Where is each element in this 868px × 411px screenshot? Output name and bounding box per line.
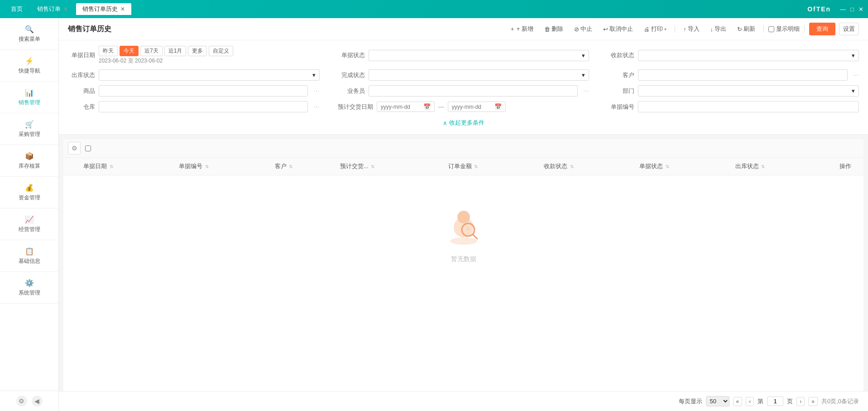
new-button[interactable]: ＋ + 新增 <box>506 23 537 35</box>
search-menu-icon: 🔍 <box>25 24 34 34</box>
collapse-more-conditions[interactable]: ∧ 收起更多条件 <box>68 117 859 129</box>
warehouse-input[interactable] <box>99 101 308 112</box>
sidebar-item-business-mgmt[interactable]: 📈 经营管理 <box>0 208 58 240</box>
tab-bar: 首页 销售订单 ✕ 销售订单历史 ✕ <box>5 3 807 15</box>
tab-sales-order-close[interactable]: ✕ <box>63 6 68 12</box>
sidebar-settings-icon[interactable]: ⚙ <box>16 396 27 406</box>
stop-button[interactable]: ⊘ 中止 <box>571 23 596 35</box>
top-bar-right: OfTEn — □ ✕ <box>807 5 863 13</box>
th-payment-status[interactable]: 收款状态 ⇅ <box>540 158 636 175</box>
delete-button[interactable]: 🗑 删除 <box>541 23 567 35</box>
import-button[interactable]: ↑ 导入 <box>680 23 703 35</box>
sidebar-label-purchase-mgmt: 采购管理 <box>19 131 40 138</box>
select-all-checkbox[interactable] <box>85 145 91 151</box>
sidebar-item-fund-mgmt[interactable]: 💰 资金管理 <box>0 177 58 208</box>
payment-status-arrow: ▾ <box>852 52 855 59</box>
customer-input[interactable] <box>638 69 847 81</box>
sidebar-item-system-mgmt[interactable]: ⚙️ 系统管理 <box>0 272 58 304</box>
calendar-start-icon[interactable]: 📅 <box>423 103 431 110</box>
window-close[interactable]: ✕ <box>858 6 863 13</box>
department-arrow: ▾ <box>852 87 855 94</box>
sidebar-item-quick-nav[interactable]: ⚡ 快捷导航 <box>0 50 58 82</box>
page-input[interactable] <box>767 396 783 406</box>
doc-number-input[interactable] <box>638 101 859 112</box>
data-table: 单据日期 ⇅ 单据编号 ⇅ 客户 ⇅ <box>63 158 863 175</box>
refresh-button[interactable]: ↻ 刷新 <box>734 23 759 35</box>
product-label: 商品 <box>68 87 95 95</box>
salesperson-input[interactable] <box>369 85 578 97</box>
th-order-amount[interactable]: 订单金额 ⇅ <box>445 158 540 175</box>
th-actions: 操作 <box>827 158 863 175</box>
salesperson-dots-icon[interactable]: ··· <box>583 87 589 95</box>
business-mgmt-icon: 📈 <box>25 215 34 224</box>
completion-status-select[interactable]: ▾ <box>369 69 590 81</box>
th-doc-number[interactable]: 单据编号 ⇅ <box>175 158 271 175</box>
svg-point-0 <box>450 237 477 245</box>
sidebar-item-inventory-check[interactable]: 📦 库存核算 <box>0 145 58 177</box>
import-icon: ↑ <box>683 26 686 33</box>
doc-status-label: 单据状态 <box>338 51 365 59</box>
date-buttons: 昨天 今天 近7天 近1月 更多 自定义 <box>99 46 233 56</box>
date-btn-yesterday[interactable]: 昨天 <box>99 46 118 56</box>
query-button[interactable]: 查询 <box>809 23 835 35</box>
basic-info-icon: 📋 <box>25 247 34 256</box>
window-maximize[interactable]: □ <box>850 6 854 13</box>
tab-home[interactable]: 首页 <box>5 3 29 15</box>
calendar-end-icon[interactable]: 📅 <box>494 103 502 110</box>
tab-sales-order-history-close[interactable]: ✕ <box>120 6 125 12</box>
expected-delivery-end[interactable]: 📅 <box>448 102 506 112</box>
expected-delivery-end-input[interactable] <box>452 104 493 110</box>
settings-button[interactable]: 设置 <box>839 23 859 35</box>
warehouse-dots-icon[interactable]: ··· <box>313 103 319 111</box>
date-btn-more[interactable]: 更多 <box>188 46 207 56</box>
tab-sales-order[interactable]: 销售订单 ✕ <box>31 3 74 15</box>
print-button[interactable]: 🖨 打印 ▾ <box>640 23 670 35</box>
date-btn-last7[interactable]: 近7天 <box>140 46 163 56</box>
first-page-btn[interactable]: « <box>733 397 743 406</box>
sidebar-item-sales-mgmt[interactable]: 📊 销售管理 <box>0 82 58 113</box>
th-delivery-status[interactable]: 出库状态 ⇅ <box>732 158 827 175</box>
th-doc-date[interactable]: 单据日期 ⇅ <box>80 158 175 175</box>
sidebar-label-quick-nav: 快捷导航 <box>19 67 40 75</box>
sidebar-item-purchase-mgmt[interactable]: 🛒 采购管理 <box>0 113 58 145</box>
sort-payment-status-icon: ⇅ <box>570 164 574 169</box>
next-page-btn[interactable]: › <box>796 397 805 406</box>
display-columns-check[interactable]: 显示明细 <box>768 25 800 33</box>
product-dots-icon[interactable]: ··· <box>313 87 319 95</box>
expected-delivery-start[interactable]: 📅 <box>377 102 435 112</box>
empty-icon <box>441 203 486 248</box>
date-btn-last1m[interactable]: 近1月 <box>164 46 187 56</box>
page-suffix: 页 <box>787 397 793 406</box>
date-btn-today[interactable]: 今天 <box>120 46 139 56</box>
th-expected-delivery[interactable]: 预计交货... ⇅ <box>336 158 445 175</box>
expected-delivery-start-input[interactable] <box>381 104 422 110</box>
table-settings-btn[interactable]: ⚙ <box>68 142 81 155</box>
customer-dots-icon[interactable]: ··· <box>853 71 859 79</box>
filter-customer: 客户 ··· <box>607 69 859 81</box>
table-header-row: 单据日期 ⇅ 单据编号 ⇅ 客户 ⇅ <box>63 158 863 175</box>
th-doc-status[interactable]: 单据状态 ⇅ <box>636 158 731 175</box>
th-customer[interactable]: 客户 ⇅ <box>271 158 336 175</box>
department-select[interactable]: ▾ <box>638 85 859 97</box>
last-page-btn[interactable]: » <box>808 397 818 406</box>
sidebar-item-search-menu[interactable]: 🔍 搜索菜单 <box>0 18 58 50</box>
per-page-select[interactable]: 50 10 20 100 <box>706 396 729 406</box>
fund-mgmt-icon: 💰 <box>25 183 34 192</box>
delivery-status-label: 出库状态 <box>68 71 95 79</box>
window-minimize[interactable]: — <box>840 6 846 13</box>
doc-status-select[interactable]: ▾ <box>369 50 590 61</box>
display-columns-checkbox[interactable] <box>768 26 774 32</box>
collapse-arrow-icon: ∧ <box>443 120 447 126</box>
product-input[interactable] <box>99 85 308 97</box>
page-label: 第 <box>758 397 763 406</box>
delivery-status-select[interactable]: ▾ <box>99 69 320 81</box>
payment-status-select[interactable]: ▾ <box>638 50 859 61</box>
quick-nav-icon: ⚡ <box>25 56 34 65</box>
sidebar-collapse-icon[interactable]: ◀ <box>32 396 43 406</box>
export-button[interactable]: ↓ 导出 <box>707 23 730 35</box>
date-btn-custom[interactable]: 自定义 <box>209 46 233 56</box>
sidebar-item-basic-info[interactable]: 📋 基础信息 <box>0 240 58 272</box>
cancel-stop-button[interactable]: ↩ 取消中止 <box>599 23 637 35</box>
prev-page-btn[interactable]: ‹ <box>746 397 754 406</box>
tab-sales-order-history[interactable]: 销售订单历史 ✕ <box>76 3 131 15</box>
